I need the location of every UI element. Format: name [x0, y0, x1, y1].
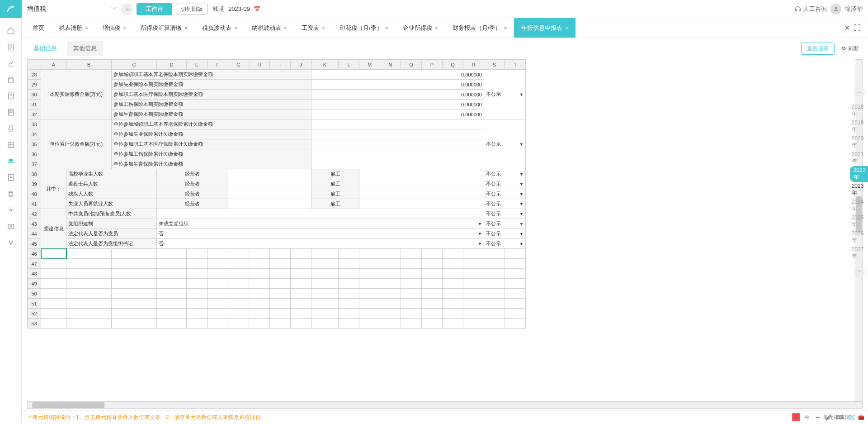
tab-印花税（月/季）[interactable]: 印花税（月/季）×: [332, 18, 396, 38]
visibility-dropdown[interactable]: 不公示▼: [484, 229, 526, 239]
avatar[interactable]: [830, 4, 841, 14]
tab-税负波动表[interactable]: 税负波动表×: [195, 18, 245, 38]
ime-punct-icon[interactable]: ••: [814, 413, 822, 421]
row-header-39[interactable]: 39: [28, 179, 41, 189]
reset-report-button[interactable]: 重置报表: [801, 43, 835, 55]
year-2020年[interactable]: 2020年: [850, 134, 868, 150]
nav-settings-icon[interactable]: [0, 202, 22, 218]
col-header-E[interactable]: E: [187, 60, 208, 70]
visibility-dropdown[interactable]: 不公示▼: [484, 169, 526, 179]
nav-print-icon[interactable]: [0, 186, 22, 202]
tab-close-icon[interactable]: ×: [123, 25, 126, 31]
nav-export-icon[interactable]: [0, 169, 22, 186]
tab-close-icon[interactable]: ×: [565, 25, 568, 31]
refresh-button[interactable]: ⟳ 刷新: [838, 43, 863, 54]
row-header-47[interactable]: 47: [28, 259, 41, 269]
row-header-34[interactable]: 34: [28, 129, 41, 139]
nav-calc-icon[interactable]: [0, 104, 22, 120]
tab-close-icon[interactable]: ×: [435, 25, 438, 31]
row-header-50[interactable]: 50: [28, 289, 41, 299]
nav-home-icon[interactable]: [0, 23, 22, 39]
list-toggle-icon[interactable]: ≡: [121, 3, 133, 15]
tab-财务报表（月/季）[interactable]: 财务报表（月/季）×: [445, 18, 514, 38]
tab-年报信息申报表[interactable]: 年报信息申报表×: [514, 18, 576, 38]
col-header-T[interactable]: T: [505, 60, 526, 70]
tab-close-icon[interactable]: ×: [234, 25, 237, 31]
col-header-H[interactable]: H: [249, 60, 270, 70]
row-header-53[interactable]: 53: [28, 319, 41, 329]
visibility-dropdown[interactable]: 不公示▼: [484, 209, 526, 219]
row-header-46[interactable]: 46: [28, 249, 41, 259]
row-header-38[interactable]: 38: [28, 169, 41, 179]
dropdown-cell[interactable]: 否▼: [157, 239, 484, 249]
nav-v-icon[interactable]: [0, 234, 22, 251]
nav-video-icon[interactable]: [0, 218, 22, 234]
row-header-48[interactable]: 48: [28, 269, 41, 279]
col-header-D[interactable]: D: [157, 60, 187, 70]
tab-所得税汇算清缴[interactable]: 所得税汇算清缴×: [133, 18, 195, 38]
col-header-M[interactable]: M: [359, 60, 380, 70]
tabs-expand-icon[interactable]: ⛶: [854, 24, 861, 32]
row-header-52[interactable]: 52: [28, 309, 41, 319]
spreadsheet-grid[interactable]: ABCDEFGHIJKLMNOPQRST 28本期实际缴费金额(万元)参加城镇职…: [27, 59, 526, 329]
nav-food-icon[interactable]: [0, 153, 22, 169]
subtab-basic[interactable]: 基础信息: [27, 41, 63, 56]
col-header-B[interactable]: B: [66, 60, 112, 70]
row-header-45[interactable]: 45: [28, 239, 41, 249]
row-header-32[interactable]: 32: [28, 110, 41, 119]
ime-mic-icon[interactable]: 🎤: [825, 413, 833, 421]
year-2021年[interactable]: 2021年: [850, 150, 868, 166]
row-header-36[interactable]: 36: [28, 149, 41, 159]
year-2026年[interactable]: 2026年: [850, 229, 868, 245]
row-header-42[interactable]: 42: [28, 209, 41, 219]
year-2023年[interactable]: 2023年: [850, 182, 868, 198]
support-link[interactable]: 人工咨询: [794, 5, 827, 13]
subtab-other[interactable]: 其他信息: [67, 41, 103, 56]
tab-企业所得税[interactable]: 企业所得税×: [396, 18, 445, 38]
nav-doc-icon[interactable]: [0, 88, 22, 104]
tab-首页[interactable]: 首页: [25, 18, 52, 38]
row-header-44[interactable]: 44: [28, 229, 41, 239]
year-2018年[interactable]: 2018年: [850, 103, 868, 119]
col-header-R[interactable]: R: [463, 60, 484, 70]
col-header-G[interactable]: G: [228, 60, 249, 70]
ime-skin-icon[interactable]: 👕: [846, 413, 854, 421]
visibility-dropdown[interactable]: 不公示▼: [484, 189, 526, 199]
dropdown-cell[interactable]: 否▼: [157, 229, 484, 239]
account-selector[interactable]: 增值税 ﹀: [27, 5, 118, 13]
nav-chart-icon[interactable]: [0, 55, 22, 71]
col-header-S[interactable]: S: [484, 60, 505, 70]
tab-close-icon[interactable]: ×: [284, 25, 287, 31]
nav-money-icon[interactable]: [0, 71, 22, 88]
row-header-35[interactable]: 35: [28, 139, 41, 149]
tab-close-icon[interactable]: ×: [184, 25, 188, 31]
row-header-31[interactable]: 31: [28, 100, 41, 110]
tab-工资表[interactable]: 工资表×: [294, 18, 332, 38]
year-2024年[interactable]: 2024年: [850, 198, 868, 214]
visibility-dropdown[interactable]: 不公示▼: [484, 119, 526, 169]
year-2027年[interactable]: 2027年: [850, 245, 868, 261]
switch-old-button[interactable]: 切到旧版: [176, 4, 208, 14]
ime-kbd-icon[interactable]: ⌨: [835, 413, 844, 421]
row-header-30[interactable]: 30: [28, 90, 41, 100]
row-header-37[interactable]: 37: [28, 159, 41, 169]
tab-close-icon[interactable]: ×: [504, 25, 507, 31]
col-header-J[interactable]: J: [291, 60, 311, 70]
col-header-I[interactable]: I: [270, 60, 291, 70]
tab-close-icon[interactable]: ×: [322, 25, 325, 31]
col-header-K[interactable]: K: [311, 60, 339, 70]
year-down-icon[interactable]: ﹀: [854, 267, 865, 277]
col-header-L[interactable]: L: [339, 60, 359, 70]
year-2022年[interactable]: 2022年: [850, 166, 868, 182]
tab-纳税波动表[interactable]: 纳税波动表×: [245, 18, 294, 38]
tab-税表清册[interactable]: 税表清册×: [52, 18, 95, 38]
dropdown-cell[interactable]: 未成立党组织▼: [157, 219, 484, 229]
year-2025年[interactable]: 2025年: [850, 214, 868, 229]
col-header-C[interactable]: C: [112, 60, 157, 70]
visibility-dropdown[interactable]: 不公示▼: [484, 199, 526, 209]
col-header-A[interactable]: A: [41, 60, 66, 70]
tab-增值税[interactable]: 增值税×: [95, 18, 133, 38]
year-2019年[interactable]: 2019年: [850, 119, 868, 134]
visibility-dropdown[interactable]: 不公示▼: [484, 239, 526, 249]
tab-close-icon[interactable]: ×: [85, 25, 88, 31]
